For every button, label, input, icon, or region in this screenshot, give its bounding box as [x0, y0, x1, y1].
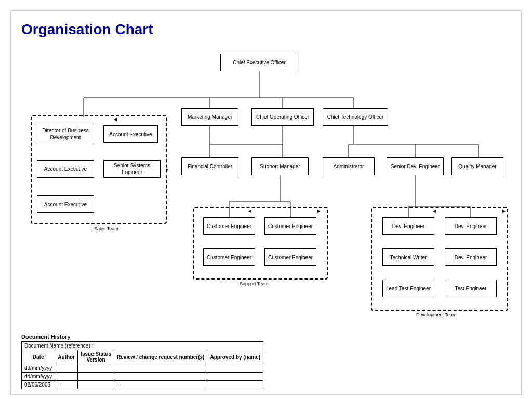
row3-issue	[78, 381, 114, 389]
row2-author	[55, 373, 78, 381]
doc-ref-label: Document Name (reference) :	[22, 342, 263, 350]
dev-arrow-left: ◄	[432, 208, 437, 214]
support-arrow-right: ►	[316, 208, 322, 214]
row2-date: dd/mm/yyyy	[22, 373, 55, 381]
row2-approved	[207, 373, 263, 381]
row3-author: --	[55, 381, 78, 389]
sales-team-label: Sales Team	[94, 226, 118, 231]
node-administrator: Administrator	[323, 157, 375, 175]
doc-history-table: Document Name (reference) : Date Author …	[21, 341, 263, 389]
development-team-group	[371, 207, 508, 311]
node-senior-dev-engineer: Senior Dev. Engineer	[387, 157, 444, 175]
row1-date: dd/mm/yyyy	[22, 364, 55, 373]
col-approved: Approved by (name)	[207, 350, 263, 364]
development-team-label: Development Team	[416, 312, 456, 317]
support-team-label: Support Team	[240, 281, 269, 286]
doc-history-title: Document History	[21, 334, 263, 340]
row3-review: --	[114, 381, 207, 389]
node-cto: Chief Technology Officer	[323, 108, 388, 126]
col-review: Review / change request number(s)	[114, 350, 207, 364]
row3-date: 02/06/2005	[22, 381, 55, 389]
node-financial-controller: Financial Controller	[181, 157, 238, 175]
support-arrow-left: ◄	[247, 208, 252, 214]
sales-team-group	[31, 115, 167, 224]
col-author: Author	[55, 350, 78, 364]
row1-review	[114, 364, 207, 373]
row1-author	[55, 364, 78, 373]
doc-history-header: Date Author Issue StatusVersion Review /…	[22, 350, 263, 364]
row1-issue	[78, 364, 114, 373]
node-marketing-manager: Marketing Manager	[181, 108, 238, 126]
row2-issue	[78, 373, 114, 381]
dev-arrow-right: ►	[501, 208, 507, 214]
sales-arrow-left: ◄	[113, 116, 118, 122]
doc-ref-row: Document Name (reference) :	[22, 342, 263, 350]
page-title: Organisation Chart	[21, 21, 511, 38]
doc-history-row-1: dd/mm/yyyy	[22, 364, 263, 373]
row3-approved	[207, 381, 263, 389]
node-support-manager: Support Manager	[251, 157, 309, 175]
col-issue: Issue StatusVersion	[78, 350, 114, 364]
row1-approved	[207, 364, 263, 373]
page: Organisation Chart	[10, 10, 522, 395]
node-quality-manager: Quality Manager	[451, 157, 503, 175]
row2-review	[114, 373, 207, 381]
doc-history-row-3: 02/06/2005 -- --	[22, 381, 263, 389]
org-chart: Chief Executive Officer Marketing Manage…	[21, 48, 511, 360]
node-coo: Chief Operating Officer	[251, 108, 314, 126]
support-team-group	[193, 207, 328, 280]
sales-arrow-right: ►	[165, 167, 170, 172]
col-date: Date	[22, 350, 55, 364]
node-ceo: Chief Executive Officer	[220, 54, 298, 71]
document-history: Document History Document Name (referenc…	[21, 334, 263, 389]
doc-history-row-2: dd/mm/yyyy	[22, 373, 263, 381]
